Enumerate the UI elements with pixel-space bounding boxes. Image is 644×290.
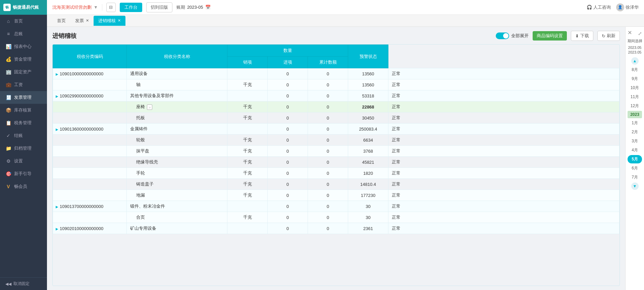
period-prev-nav[interactable]: ▲ xyxy=(631,57,639,65)
period-month-item[interactable]: 2023 xyxy=(628,111,642,118)
tabbar: 首页 发票 ✕ 进销稽核 ✕ xyxy=(47,15,644,27)
sidebar-label-settings: 设置 xyxy=(14,158,23,164)
cell-code xyxy=(53,135,127,146)
cell-name: 锻件、粉末冶金件 xyxy=(127,201,227,212)
cell-sale: 0 xyxy=(268,135,308,146)
cell-status: 正常 xyxy=(388,146,620,157)
refresh-icon: ↻ xyxy=(602,33,605,39)
tax-icon: 📋 xyxy=(5,120,11,126)
cell-sale: 0 xyxy=(268,90,308,101)
sidebar-item-inventory[interactable]: 📦 库存核算 xyxy=(0,104,47,117)
cell-name: 地漏 xyxy=(127,190,227,201)
sidebar-item-capital[interactable]: 💰 资金管理 xyxy=(0,53,47,66)
period-month-item[interactable]: 3月 xyxy=(628,137,642,145)
sidebar-label-asset: 固定资产 xyxy=(14,69,32,75)
page-title: 进销稽核 xyxy=(52,32,76,40)
sidebar-item-asset[interactable]: 🏢 固定资产 xyxy=(0,66,47,78)
tab-invoice[interactable]: 发票 ✕ xyxy=(70,16,94,26)
period-month-item[interactable]: 2月 xyxy=(628,128,642,136)
product-code-btn[interactable]: 商品编码设置 xyxy=(533,31,567,41)
period-month-item[interactable]: 1月 xyxy=(628,119,642,127)
sidebar-item-guide[interactable]: 🎯 新手引导 xyxy=(0,167,47,180)
sidebar-item-report[interactable]: 📊 报表中心 xyxy=(0,40,47,53)
ledger-icon: ≡ xyxy=(5,31,11,37)
cell-code xyxy=(53,212,127,223)
refresh-btn[interactable]: ↻ 刷新 xyxy=(597,31,620,41)
cell-code xyxy=(53,113,127,124)
cell-unit: 千克 xyxy=(227,212,268,223)
period-month-item[interactable]: 12月 xyxy=(628,102,642,110)
logo-text: 畅捷通易代账 xyxy=(13,4,39,10)
period-next-nav[interactable]: ▼ xyxy=(631,183,639,190)
user-menu[interactable]: 👤 徐泽华 xyxy=(616,3,639,11)
sidebar-item-settings[interactable]: ⚙ 设置 xyxy=(0,155,47,167)
sidebar-item-home[interactable]: ⌂ 首页 xyxy=(0,15,47,27)
user-icon: 👤 xyxy=(616,3,624,11)
content-area: 进销稽核 全部展开 商品编码设置 ⬇ 下载 ↻ 刷新 xyxy=(47,27,625,290)
tab-home[interactable]: 首页 xyxy=(52,16,70,26)
cell-purchase: 0 xyxy=(308,157,348,168)
support-button[interactable]: 🎧 人工咨询 xyxy=(587,4,611,10)
sidebar-item-ledger[interactable]: ≡ 总账 xyxy=(0,27,47,40)
sidebar-item-settle[interactable]: ✓ 结账 xyxy=(0,129,47,142)
period-month-item[interactable]: 5月 xyxy=(628,155,642,163)
period-month-item[interactable]: 6月 xyxy=(628,164,642,172)
sidebar-unpin[interactable]: ◀◀ 取消固定 xyxy=(0,277,47,290)
sidebar-label-home: 首页 xyxy=(14,18,23,24)
cell-status: 正常 xyxy=(388,113,620,124)
cell-sale: 0 xyxy=(268,212,308,223)
right-period-panel: ✕ ⤢ 期间选择 2023.05 2023.05 ▲ 8月9月10月11月12月… xyxy=(625,27,644,290)
period-label: 账期 xyxy=(176,4,185,10)
cell-purchase: 0 xyxy=(308,90,348,101)
save-button[interactable]: ⊟ xyxy=(106,3,116,12)
expand-all-toggle[interactable] xyxy=(496,32,509,39)
tab-reconcile[interactable]: 进销稽核 ✕ xyxy=(94,16,125,26)
sidebar-item-archive[interactable]: 📁 归档管理 xyxy=(0,142,47,155)
expand-all-label: 全部展开 xyxy=(511,33,529,39)
expand-icon[interactable]: ▶ xyxy=(56,205,58,209)
period-month-item[interactable]: 9月 xyxy=(628,75,642,83)
download-btn[interactable]: ⬇ 下载 xyxy=(571,31,593,41)
calendar-icon[interactable]: 📅 xyxy=(205,5,211,10)
cell-sale: 0 xyxy=(268,201,308,212)
period-panel-title: 期间选择 xyxy=(628,39,642,44)
sidebar-item-salary[interactable]: 💼 工资 xyxy=(0,78,47,91)
period-month-item[interactable]: 11月 xyxy=(628,93,642,101)
period-month-item[interactable]: 10月 xyxy=(628,84,642,92)
sidebar-item-member[interactable]: V 畅会员 xyxy=(0,180,47,193)
tab-invoice-close[interactable]: ✕ xyxy=(86,18,89,23)
expand-icon[interactable]: ▶ xyxy=(56,128,58,131)
refresh-label: 刷新 xyxy=(607,33,615,39)
cell-total: 30 xyxy=(348,212,388,223)
cell-name: 合页 xyxy=(127,212,227,223)
sidebar-item-invoice[interactable]: 🧾 发票管理 xyxy=(0,91,47,104)
period-month-item[interactable]: 4月 xyxy=(628,146,642,154)
cell-sale: 0 xyxy=(268,190,308,201)
expand-icon[interactable]: ▶ xyxy=(56,94,58,98)
user-name: 徐泽华 xyxy=(626,4,639,10)
cell-status: 正常 xyxy=(388,90,620,101)
old-version-button[interactable]: 切到旧版 xyxy=(146,2,172,12)
search-icon[interactable]: ⌕ xyxy=(147,104,152,110)
expand-icon[interactable]: ▶ xyxy=(56,227,58,231)
cell-unit xyxy=(227,68,268,79)
expand-panel-button[interactable]: ⤢ xyxy=(638,31,642,36)
cell-name: 手轮 xyxy=(127,168,227,179)
expand-icon[interactable]: ▶ xyxy=(56,72,58,76)
workbench-button[interactable]: 工作台 xyxy=(120,3,142,12)
cell-purchase: 0 xyxy=(308,101,348,113)
topbar: 沈海英测试经营勿删 ▼ ⊟ 工作台 切到旧版 账期 2023-05 📅 🎧 人工… xyxy=(47,0,644,15)
company-selector[interactable]: 沈海英测试经营勿删 ▼ xyxy=(52,4,98,10)
tab-reconcile-close[interactable]: ✕ xyxy=(118,18,121,23)
cell-purchase: 0 xyxy=(308,201,348,212)
divider-1 xyxy=(102,4,102,11)
cell-name: 轴 xyxy=(127,79,227,90)
cell-total: 2361 xyxy=(348,223,388,234)
period-month-item[interactable]: 7月 xyxy=(628,173,642,182)
cell-code: ▶109013600000000000 xyxy=(53,124,127,135)
period-month-item[interactable]: 8月 xyxy=(628,66,642,74)
close-panel-button[interactable]: ✕ xyxy=(628,29,632,36)
sidebar-item-tax[interactable]: 📋 税务管理 xyxy=(0,117,47,129)
member-icon: V xyxy=(5,184,11,189)
sidebar-label-salary: 工资 xyxy=(14,82,23,88)
